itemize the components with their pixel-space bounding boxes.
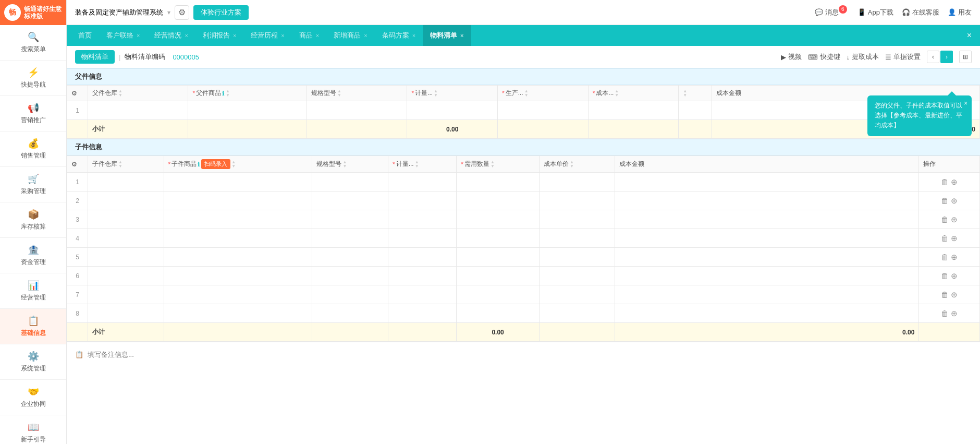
child-spec-cell-3[interactable] <box>312 210 388 229</box>
video-action[interactable]: ▶ 视频 <box>781 52 802 62</box>
child-spec-cell-1[interactable] <box>312 173 388 191</box>
child-spec-cell-5[interactable] <box>312 248 388 267</box>
tab-barcode[interactable]: 条码方案× <box>375 25 423 46</box>
child-cost-amount-cell-8[interactable] <box>615 304 919 323</box>
child-warehouse-cell-7[interactable] <box>88 285 164 304</box>
close-tab-barcode[interactable]: × <box>412 32 415 39</box>
copy-row-button-2[interactable]: ⊕ <box>951 196 958 206</box>
message-button[interactable]: 💬 消息 6 <box>815 8 849 17</box>
child-cost-unit-cell-3[interactable] <box>539 210 615 229</box>
delete-row-button-8[interactable]: 🗑 <box>941 309 949 318</box>
child-cost-unit-cell-7[interactable] <box>539 285 615 304</box>
child-qty-unit-cell-4[interactable] <box>388 229 456 248</box>
child-qty-unit-cell-5[interactable] <box>388 248 456 267</box>
tab-operation-status[interactable]: 经营情况× <box>147 25 195 46</box>
dropdown-arrow-icon[interactable]: ▾ <box>167 9 170 16</box>
sidebar-item-inventory[interactable]: 📦库存核算 <box>0 202 66 238</box>
sidebar-item-guide[interactable]: 📖新手引导 <box>0 415 66 444</box>
close-tab-newgoods[interactable]: × <box>364 32 367 39</box>
child-goods-cell-1[interactable] <box>164 173 312 191</box>
sidebar-item-search[interactable]: 🔍搜索菜单 <box>0 25 66 61</box>
tab-profit[interactable]: 利润报告× <box>195 25 243 46</box>
notes-input[interactable] <box>88 351 972 358</box>
sidebar-item-finance[interactable]: 🏦资金管理 <box>0 238 66 273</box>
child-warehouse-cell-8[interactable] <box>88 304 164 323</box>
sidebar-item-operation[interactable]: 📊经营管理 <box>0 273 66 309</box>
delete-row-button-5[interactable]: 🗑 <box>941 253 949 261</box>
parent-col-settings[interactable]: ⚙ <box>67 86 88 101</box>
child-cost-amount-cell-7[interactable] <box>615 285 919 304</box>
sidebar-item-collab[interactable]: 🤝企业协同 <box>0 380 66 415</box>
tab-home[interactable]: 首页 <box>71 25 99 46</box>
parent-goods-info-icon[interactable]: ℹ <box>222 90 225 97</box>
child-cost-unit-cell-8[interactable] <box>539 304 615 323</box>
sidebar-item-system[interactable]: ⚙️系统管理 <box>0 344 66 380</box>
close-tab-history[interactable]: × <box>281 32 284 39</box>
tab-customer[interactable]: 客户联络× <box>99 25 147 46</box>
sidebar-item-sales[interactable]: 💰销售管理 <box>0 131 66 167</box>
child-cost-amount-cell-3[interactable] <box>615 210 919 229</box>
sidebar-item-marketing[interactable]: 📢营销推广 <box>0 96 66 131</box>
copy-row-button-1[interactable]: ⊕ <box>951 177 958 187</box>
close-all-tabs-button[interactable]: × <box>963 31 976 40</box>
parent-prod-cell-1[interactable] <box>498 101 589 120</box>
child-spec-cell-7[interactable] <box>312 285 388 304</box>
sub-tab-bom-list[interactable]: 物料清单 <box>75 50 115 64</box>
child-warehouse-cell-5[interactable] <box>88 248 164 267</box>
child-qty-need-cell-6[interactable] <box>457 267 540 285</box>
tab-history[interactable]: 经营历程× <box>243 25 291 46</box>
child-goods-cell-4[interactable] <box>164 229 312 248</box>
child-qty-need-cell-2[interactable] <box>457 191 540 210</box>
child-spec-cell-2[interactable] <box>312 191 388 210</box>
copy-row-button-7[interactable]: ⊕ <box>951 290 958 299</box>
child-warehouse-cell-1[interactable] <box>88 173 164 191</box>
child-cost-amount-cell-2[interactable] <box>615 191 919 210</box>
child-warehouse-cell-4[interactable] <box>88 229 164 248</box>
child-goods-cell-7[interactable] <box>164 285 312 304</box>
close-tab-operation[interactable]: × <box>185 32 188 39</box>
child-qty-need-cell-8[interactable] <box>457 304 540 323</box>
child-qty-unit-cell-6[interactable] <box>388 267 456 285</box>
child-goods-cell-8[interactable] <box>164 304 312 323</box>
shortcut-action[interactable]: ⌨ 快捷键 <box>808 52 840 62</box>
child-qty-need-cell-4[interactable] <box>457 229 540 248</box>
close-tab-profit[interactable]: × <box>233 32 236 39</box>
parent-goods-cell-1[interactable] <box>188 101 307 120</box>
copy-row-button-4[interactable]: ⊕ <box>951 234 958 243</box>
copy-row-button-6[interactable]: ⊕ <box>951 271 958 281</box>
trial-button[interactable]: 体验行业方案 <box>193 5 249 20</box>
child-cost-unit-cell-1[interactable] <box>539 173 615 191</box>
next-page-button[interactable]: › <box>940 51 953 63</box>
close-tab-bom[interactable]: × <box>460 32 463 39</box>
child-goods-cell-6[interactable] <box>164 267 312 285</box>
parent-spec-cell-1[interactable] <box>307 101 407 120</box>
tab-goods[interactable]: 商品× <box>292 25 326 46</box>
single-settings-action[interactable]: ☰ 单据设置 <box>885 52 921 62</box>
child-cost-amount-cell-6[interactable] <box>615 267 919 285</box>
extract-cost-action[interactable]: ↓ 提取成本 <box>847 52 879 62</box>
child-qty-need-cell-1[interactable] <box>457 173 540 191</box>
child-goods-cell-3[interactable] <box>164 210 312 229</box>
child-qty-unit-cell-3[interactable] <box>388 210 456 229</box>
child-qty-unit-cell-2[interactable] <box>388 191 456 210</box>
parent-qty-cell-1[interactable] <box>407 101 498 120</box>
online-service-button[interactable]: 🎧 在线客服 <box>902 8 939 17</box>
delete-row-button-6[interactable]: 🗑 <box>941 271 949 280</box>
sidebar-item-quicknav[interactable]: ⚡快捷导航 <box>0 61 66 96</box>
child-qty-unit-cell-8[interactable] <box>388 304 456 323</box>
child-qty-need-cell-7[interactable] <box>457 285 540 304</box>
close-tab-customer[interactable]: × <box>137 32 140 39</box>
child-cost-unit-cell-2[interactable] <box>539 191 615 210</box>
child-qty-unit-cell-1[interactable] <box>388 173 456 191</box>
child-cost-unit-cell-5[interactable] <box>539 248 615 267</box>
child-warehouse-cell-3[interactable] <box>88 210 164 229</box>
copy-row-button-5[interactable]: ⊕ <box>951 253 958 262</box>
copy-row-button-8[interactable]: ⊕ <box>951 309 958 318</box>
sidebar-item-basic[interactable]: 📋基础信息 <box>0 309 66 344</box>
child-cost-amount-cell-4[interactable] <box>615 229 919 248</box>
child-warehouse-cell-2[interactable] <box>88 191 164 210</box>
settings-button[interactable]: ⚙ <box>175 5 189 20</box>
child-cost-unit-cell-4[interactable] <box>539 229 615 248</box>
child-qty-unit-cell-7[interactable] <box>388 285 456 304</box>
delete-row-button-7[interactable]: 🗑 <box>941 290 949 299</box>
